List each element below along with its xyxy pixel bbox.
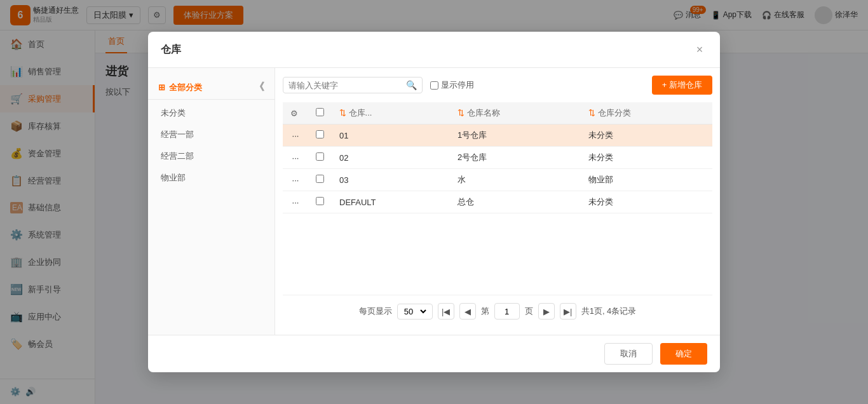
- show-disabled-checkbox-label[interactable]: 显示停用: [430, 79, 474, 91]
- th-name: ⇅ 仓库名称: [450, 102, 581, 125]
- row-category-3: 物业部: [581, 169, 712, 191]
- row-code-1: 01: [332, 125, 450, 147]
- row-check-1[interactable]: [308, 125, 332, 147]
- row-check-4[interactable]: [308, 191, 332, 213]
- category-header: ⊞ 全部分类 《: [148, 76, 275, 100]
- sort-icon: ⇅: [339, 108, 346, 118]
- show-disabled-checkbox[interactable]: [430, 81, 438, 90]
- row-checkbox-4[interactable]: [316, 197, 324, 205]
- th-gear: ⚙: [283, 102, 308, 125]
- row-check-3[interactable]: [308, 169, 332, 191]
- category-sidebar: ⊞ 全部分类 《 未分类 经营一部 经营二部 物业部: [148, 68, 275, 335]
- prev-page-button[interactable]: ◀: [459, 303, 476, 320]
- first-page-button[interactable]: |◀: [438, 303, 454, 320]
- row-name-4: 总仓: [450, 191, 581, 213]
- row-code-4: DEFAULT: [332, 191, 450, 213]
- grid-icon: ⊞: [158, 83, 165, 92]
- category-property[interactable]: 物业部: [148, 167, 275, 189]
- row-checkbox-1[interactable]: [316, 130, 324, 138]
- modal-title: 仓库: [161, 43, 181, 57]
- category-unclassified[interactable]: 未分类: [148, 102, 275, 124]
- per-page-label: 每页显示: [359, 306, 392, 317]
- table-area: 🔍 显示停用 + 新增仓库 ⚙: [275, 68, 720, 335]
- sort-icon-name: ⇅: [458, 108, 465, 118]
- th-check: [308, 102, 332, 125]
- row-gear-4[interactable]: ···: [283, 191, 308, 213]
- per-page-select-wrapper: 50 20 100: [397, 304, 433, 320]
- row-name-2: 2号仓库: [450, 147, 581, 169]
- category-all-label[interactable]: 全部分类: [169, 82, 202, 93]
- table-container: ⚙ ⇅ 仓库... ⇅ 仓库名称: [283, 102, 712, 295]
- modal-footer: 取消 确定: [148, 335, 720, 372]
- search-icon[interactable]: 🔍: [406, 80, 417, 90]
- modal-overlay: 仓库 × ⊞ 全部分类 《 未分类 经营一部 经营二部 物业部: [0, 0, 868, 404]
- th-category: ⇅ 仓库分类: [581, 102, 712, 125]
- sort-icon-cat: ⇅: [588, 108, 595, 118]
- table-row: ··· 03 水 物业部: [283, 169, 712, 191]
- row-code-3: 03: [332, 169, 450, 191]
- next-page-button[interactable]: ▶: [538, 303, 555, 320]
- table-header: ⚙ ⇅ 仓库... ⇅ 仓库名称: [283, 102, 712, 125]
- select-all-checkbox[interactable]: [316, 108, 324, 116]
- confirm-button[interactable]: 确定: [660, 343, 707, 365]
- cancel-button[interactable]: 取消: [604, 343, 653, 365]
- table-row: ··· 01 1号仓库 未分类: [283, 125, 712, 147]
- table-body: ··· 01 1号仓库 未分类 ··· 02 2号仓库 未分类 ··· 03 水…: [283, 125, 712, 213]
- per-page-select[interactable]: 50 20 100: [402, 306, 428, 317]
- row-check-2[interactable]: [308, 147, 332, 169]
- header-row: ⚙ ⇅ 仓库... ⇅ 仓库名称: [283, 102, 712, 125]
- row-category-4: 未分类: [581, 191, 712, 213]
- warehouse-table: ⚙ ⇅ 仓库... ⇅ 仓库名称: [283, 102, 712, 213]
- collapse-icon[interactable]: 《: [254, 81, 264, 94]
- search-input[interactable]: [288, 81, 406, 90]
- search-box: 🔍: [283, 77, 423, 93]
- page-number-input[interactable]: [494, 303, 520, 320]
- pagination: 每页显示 50 20 100 |◀ ◀ 第 页 ▶ ▶|: [283, 295, 712, 327]
- new-warehouse-button[interactable]: + 新增仓库: [652, 76, 712, 95]
- row-checkbox-2[interactable]: [316, 152, 324, 161]
- row-category-1: 未分类: [581, 125, 712, 147]
- last-page-button[interactable]: ▶|: [560, 303, 576, 320]
- row-gear-2[interactable]: ···: [283, 147, 308, 169]
- category-dept2[interactable]: 经营二部: [148, 145, 275, 167]
- row-gear-3[interactable]: ···: [283, 169, 308, 191]
- row-name-1: 1号仓库: [450, 125, 581, 147]
- page-label: 页: [525, 306, 533, 317]
- total-text: 共1页, 4条记录: [581, 306, 637, 317]
- th-code: ⇅ 仓库...: [332, 102, 450, 125]
- table-row: ··· 02 2号仓库 未分类: [283, 147, 712, 169]
- row-name-3: 水: [450, 169, 581, 191]
- show-disabled-label: 显示停用: [441, 79, 474, 91]
- table-toolbar: 🔍 显示停用 + 新增仓库: [283, 76, 712, 95]
- row-gear-1[interactable]: ···: [283, 125, 308, 147]
- modal-body: ⊞ 全部分类 《 未分类 经营一部 经营二部 物业部 🔍: [148, 68, 720, 335]
- table-row: ··· DEFAULT 总仓 未分类: [283, 191, 712, 213]
- page-word: 第: [481, 306, 489, 317]
- category-dept1[interactable]: 经营一部: [148, 124, 275, 145]
- modal-header: 仓库 ×: [148, 32, 720, 68]
- row-checkbox-3[interactable]: [316, 175, 324, 183]
- modal-close-button[interactable]: ×: [692, 42, 707, 57]
- row-category-2: 未分类: [581, 147, 712, 169]
- row-code-2: 02: [332, 147, 450, 169]
- warehouse-modal: 仓库 × ⊞ 全部分类 《 未分类 经营一部 经营二部 物业部: [148, 32, 720, 372]
